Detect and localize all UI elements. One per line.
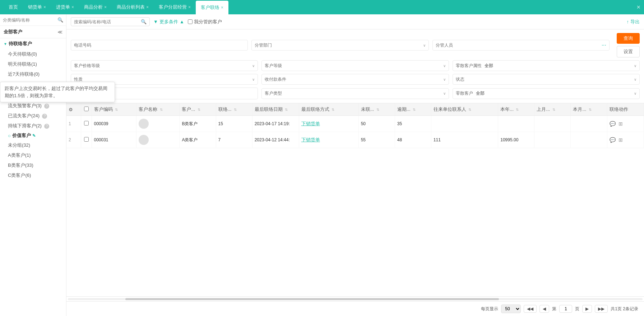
sort-icon-person[interactable]: ⇅ xyxy=(468,108,471,112)
sidebar-item-ungrouped[interactable]: 未分组(32) xyxy=(0,140,66,150)
col-year-sales: 本年... ⇅ xyxy=(498,103,534,116)
action-grid-icon-0[interactable]: ⊞ xyxy=(618,121,623,127)
price-grade-label: 客户价格等级 xyxy=(74,63,100,69)
nav-home[interactable]: 首页 xyxy=(4,0,23,14)
sidebar-item-c-class[interactable]: C类客户(6) xyxy=(0,170,66,180)
nav-sales-order[interactable]: 销货单 × xyxy=(23,0,51,14)
sort-icon-code[interactable]: ⇅ xyxy=(115,108,118,112)
select-all-checkbox[interactable] xyxy=(84,107,89,111)
row-checkbox-input-1[interactable] xyxy=(84,137,89,142)
sort-icon-contact[interactable]: ⇅ xyxy=(234,108,237,112)
sort-icon-thismonth[interactable]: ⇅ xyxy=(589,108,592,112)
sort-icon-overdue[interactable]: ⇅ xyxy=(413,108,416,112)
sort-icon-unlink[interactable]: ⇅ xyxy=(376,108,379,112)
query-button[interactable]: 查询 xyxy=(617,33,640,44)
value-customer-edit-icon[interactable]: ✎ xyxy=(32,133,36,138)
sort-icon-type[interactable]: ⇅ xyxy=(198,108,200,112)
table-row: 1 000039 B类客户 15 2023-04-17 14:19: 下销货单 … xyxy=(66,116,644,132)
row-last-method-1[interactable]: 下销货单 xyxy=(299,132,358,148)
sort-icon-date[interactable]: ⇅ xyxy=(285,108,288,112)
sort-icon-year[interactable]: ⇅ xyxy=(516,108,519,112)
action-chat-icon-1[interactable]: 💬 xyxy=(610,137,616,143)
sidebar-item-tomorrow-pending[interactable]: 明天待联络(1) xyxy=(0,59,66,69)
sidebar-pending-contact-section[interactable]: ▼ 待联络客户 xyxy=(0,38,66,49)
search-input[interactable] xyxy=(74,19,141,24)
all-customers-label: 全部客户 xyxy=(4,29,22,35)
sort-icon-method[interactable]: ⇅ xyxy=(332,108,334,112)
nav-product-analysis[interactable]: 商品分析 × xyxy=(79,0,112,14)
col-settings[interactable]: ⚙ xyxy=(66,103,81,116)
row-this-month-0 xyxy=(571,116,607,132)
sidebar-item-continuous-decline[interactable]: 持续下滑客户(2) ? xyxy=(0,121,66,131)
row-checkbox-1[interactable] xyxy=(81,132,92,148)
row-person-1: 111 xyxy=(431,132,498,148)
scrollbar-thumb[interactable] xyxy=(125,298,499,300)
customer-grade-filter[interactable]: 客户等级 ∨ xyxy=(261,60,449,71)
sidebar-item-b-class[interactable]: B类客户(33) xyxy=(0,160,66,170)
phone-label: 电话号码 xyxy=(74,42,91,48)
status-filter[interactable]: 状态 ∨ xyxy=(453,74,640,85)
row-checkbox-input-0[interactable] xyxy=(84,121,89,126)
sort-icon-name[interactable]: ⇅ xyxy=(160,108,163,112)
col-this-month-sales: 本月... ⇅ xyxy=(571,103,607,116)
customer-type-filter[interactable]: 客户类型 ∨ xyxy=(261,88,449,99)
my-customer-checkbox-label[interactable]: 我分管的客户 xyxy=(188,19,222,25)
search-icon[interactable]: 🔍 xyxy=(141,19,147,24)
prev-page-btn[interactable]: ◀ xyxy=(539,305,549,313)
last-method-link-0[interactable]: 下销货单 xyxy=(301,121,320,126)
sidebar-item-already-churned[interactable]: 已流失客户(24) ? xyxy=(0,111,66,121)
staff-filter[interactable]: 分管人员 ··· xyxy=(432,40,610,51)
nav-product-analysis-list[interactable]: 商品分析列表 × xyxy=(112,0,154,14)
retail-attr-filter[interactable]: 零散客户属性 全部 ∨ xyxy=(453,60,640,71)
last-page-btn[interactable]: ▶▶ xyxy=(595,305,608,313)
per-page-select[interactable]: 50 100 200 xyxy=(501,305,521,313)
close-customer-segmentation-icon[interactable]: × xyxy=(188,5,191,10)
col-last-contact-date: 最后联络日期 ⇅ xyxy=(252,103,299,116)
row-code-0: 000039 xyxy=(92,116,136,132)
sidebar-item-a-class[interactable]: A类客户(1) xyxy=(0,150,66,160)
set-button[interactable]: 设置 xyxy=(617,46,640,57)
retail-customer-filter[interactable]: 零散客户 全部 ∨ xyxy=(453,88,640,99)
close-sales-order-icon[interactable]: × xyxy=(43,5,46,10)
payment-label: 收付款条件 xyxy=(265,76,286,82)
page-number-input[interactable] xyxy=(559,305,572,313)
my-customer-checkbox[interactable] xyxy=(188,19,193,24)
status-chevron-icon: ∨ xyxy=(634,77,636,81)
nav-customer-segmentation[interactable]: 客户分层经营 × xyxy=(154,0,196,14)
sidebar-search-input[interactable] xyxy=(3,18,57,23)
question-icon-2: ? xyxy=(44,104,49,109)
close-product-analysis-list-icon[interactable]: × xyxy=(146,5,149,10)
sort-icon-lastmonth[interactable]: ⇅ xyxy=(552,108,555,112)
next-page-btn[interactable]: ▶ xyxy=(582,305,592,313)
export-btn[interactable]: ↑ 导出 xyxy=(627,19,640,25)
close-product-analysis-icon[interactable]: × xyxy=(104,5,107,10)
row-last-method-0[interactable]: 下销货单 xyxy=(299,116,358,132)
payment-filter[interactable]: 收付款条件 ∨ xyxy=(261,74,449,85)
first-page-btn[interactable]: ◀◀ xyxy=(524,305,537,313)
row-overdue-0: 35 xyxy=(395,116,431,132)
total-label: 共1页 2条记录 xyxy=(611,306,638,312)
sidebar-item-today-pending[interactable]: 今天待联络(0) xyxy=(0,49,66,59)
action-grid-icon-1[interactable]: ⊞ xyxy=(618,137,623,143)
sidebar-item-7days-pending[interactable]: 近7天待联络(0) xyxy=(0,69,66,79)
close-purchase-order-icon[interactable]: × xyxy=(71,5,74,10)
price-grade-filter[interactable]: 客户价格等级 ∨ xyxy=(71,60,258,71)
last-method-link-1[interactable]: 下销货单 xyxy=(301,137,320,142)
settings-icon[interactable]: ⚙ xyxy=(69,107,73,112)
col-checkbox[interactable] xyxy=(81,103,92,116)
phone-filter[interactable]: 电话号码 xyxy=(71,40,248,51)
nav-customer-contact[interactable]: 客户联络 × xyxy=(196,1,228,14)
more-conditions-btn[interactable]: ▼ 更多条件 ▲ xyxy=(153,19,184,25)
sidebar-item-churn-warning[interactable]: 流失预警客户(3) ? xyxy=(0,101,66,111)
horizontal-scrollbar[interactable] xyxy=(66,296,644,301)
sidebar-search-icon[interactable]: 🔍 xyxy=(57,17,63,23)
dept-filter[interactable]: 分管部门 ∨ xyxy=(251,40,428,51)
sidebar-collapse-icon[interactable]: ≪ xyxy=(57,29,62,35)
close-customer-contact-icon[interactable]: × xyxy=(221,5,223,10)
row-checkbox-0[interactable] xyxy=(81,116,92,132)
row-this-month-1 xyxy=(571,132,607,148)
window-close-icon[interactable]: × xyxy=(636,4,640,11)
staff-more-icon[interactable]: ··· xyxy=(602,42,606,48)
action-chat-icon-0[interactable]: 💬 xyxy=(610,121,616,127)
nav-purchase-order[interactable]: 进货单 × xyxy=(51,0,79,14)
